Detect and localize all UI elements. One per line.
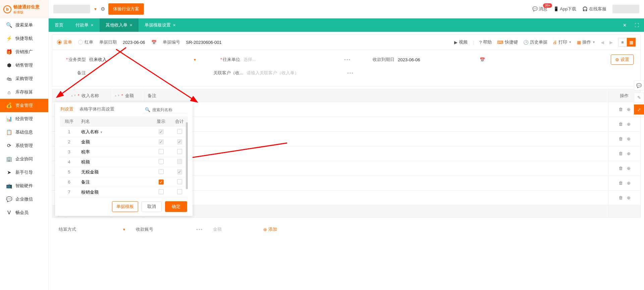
- close-icon[interactable]: ✕: [91, 23, 94, 27]
- sidebar-item[interactable]: 📋基础信息: [0, 126, 48, 139]
- float-edit-icon[interactable]: ✎: [634, 92, 644, 102]
- history-link[interactable]: 🕑历史单据: [523, 39, 547, 45]
- template-button[interactable]: 单据模板: [112, 201, 138, 212]
- field-unit[interactable]: *往来单位 选择...•••: [213, 57, 354, 63]
- sort-icon[interactable]: ▲▼: [114, 94, 120, 97]
- sidebar-item[interactable]: ➤新手引导: [0, 166, 48, 179]
- add-button[interactable]: ⊕添加: [263, 226, 277, 232]
- column-settings-popup: 列设置 表格字体行高设置 🔍 顺序 列名 显示 合计 1收入名称 ▼✓2金额✓✓…: [55, 102, 193, 216]
- float-expand-icon[interactable]: ⤢: [634, 104, 644, 115]
- sidebar-item[interactable]: ⬢销售管理: [0, 59, 48, 72]
- checkbox[interactable]: [177, 189, 182, 194]
- cancel-button[interactable]: 取消: [142, 201, 162, 212]
- org-selector[interactable]: [53, 5, 90, 13]
- delete-icon[interactable]: 🗑: [619, 180, 623, 186]
- field-remark[interactable]: 备注: [59, 70, 200, 76]
- cta-button[interactable]: 体验行业方案: [108, 3, 144, 15]
- sidebar-item[interactable]: ⟳系统管理: [0, 139, 48, 152]
- view-list[interactable]: ≡: [618, 38, 627, 47]
- close-all-icon[interactable]: ✕: [620, 20, 629, 30]
- nav-label: 库存核算: [15, 89, 33, 95]
- copy-icon[interactable]: ⊕: [627, 195, 631, 200]
- print-link[interactable]: 🖨打印▼: [553, 39, 572, 45]
- field-account[interactable]: 收款账号 •••: [136, 226, 203, 232]
- settings-button[interactable]: ⚙设置: [611, 55, 634, 65]
- sidebar-item[interactable]: 🛍采购管理: [0, 72, 48, 85]
- sidebar-item[interactable]: 🎁营销推广: [0, 45, 48, 59]
- service-link[interactable]: 🎧 在线客服: [582, 6, 606, 12]
- next-icon[interactable]: ▶: [609, 40, 613, 45]
- tab[interactable]: 其他收入单✕: [100, 18, 139, 32]
- delete-icon[interactable]: 🗑: [619, 151, 623, 156]
- prev-icon[interactable]: ◀: [601, 40, 604, 45]
- delete-icon[interactable]: 🗑: [619, 122, 623, 127]
- calendar-icon[interactable]: 📅: [151, 40, 157, 45]
- field-settle[interactable]: 结算方式 ▼: [59, 226, 126, 232]
- sidebar-item[interactable]: Ⅴ畅会员: [0, 206, 48, 219]
- field-biztype[interactable]: *业务类型 往来收入▼: [59, 57, 200, 63]
- radio-blue[interactable]: 蓝单: [57, 39, 72, 45]
- field-due[interactable]: 收款到期日 2023-06-06📅: [368, 57, 488, 63]
- tab[interactable]: 付款单✕: [69, 18, 100, 32]
- gear-icon[interactable]: ⚙: [101, 6, 105, 12]
- sidebar-item[interactable]: ⚡快捷导航: [0, 32, 48, 45]
- delete-icon[interactable]: 🗑: [619, 195, 623, 200]
- checkbox[interactable]: [177, 129, 182, 134]
- checkbox[interactable]: [159, 169, 164, 174]
- video-link[interactable]: ▶视频: [454, 39, 468, 45]
- sidebar: b 畅捷通好生意 标准版 🔍搜索菜单⚡快捷导航🎁营销推广⬢销售管理🛍采购管理⌂库…: [0, 0, 49, 290]
- ok-button[interactable]: 确定: [165, 201, 187, 212]
- copy-icon[interactable]: ⊕: [627, 151, 631, 156]
- checkbox[interactable]: [177, 149, 182, 154]
- chevron-down-icon[interactable]: ▼: [94, 7, 97, 11]
- delete-icon[interactable]: 🗑: [619, 166, 623, 171]
- gear-icon[interactable]: ⚙: [58, 93, 62, 98]
- checkbox[interactable]: [159, 149, 164, 154]
- sidebar-item[interactable]: 📺智能硬件: [0, 179, 48, 193]
- message-icon: 💬: [532, 6, 538, 11]
- help-link[interactable]: ?帮助: [479, 39, 492, 45]
- user-avatar[interactable]: [612, 5, 639, 13]
- field-amount[interactable]: 金额: [213, 226, 253, 232]
- sidebar-item[interactable]: 💰资金管理: [0, 99, 48, 112]
- copy-icon[interactable]: ⊕: [627, 136, 631, 141]
- float-chat-icon[interactable]: 💬: [634, 80, 644, 90]
- date-value[interactable]: 2023-06-06: [123, 40, 145, 45]
- checkbox[interactable]: [177, 179, 182, 184]
- close-icon[interactable]: ✕: [129, 23, 132, 27]
- ops-link[interactable]: ▦操作▼: [577, 39, 595, 45]
- copy-icon[interactable]: ⊕: [627, 107, 631, 112]
- delete-icon[interactable]: 🗑: [619, 136, 623, 141]
- close-icon[interactable]: ✕: [173, 23, 176, 27]
- delete-icon[interactable]: 🗑: [619, 107, 623, 112]
- app-download-link[interactable]: 📱 App下载: [553, 6, 576, 12]
- radio-red[interactable]: 红单: [78, 39, 93, 45]
- popup-scrollbar[interactable]: [186, 122, 188, 189]
- headset-icon: 🎧: [582, 6, 588, 11]
- tab[interactable]: 单据模板设置✕: [139, 18, 182, 32]
- logo: b 畅捷通好生意 标准版: [0, 0, 48, 18]
- popup-search-input[interactable]: [152, 107, 186, 112]
- sidebar-item[interactable]: 🏢企业协同: [0, 152, 48, 166]
- sidebar-item[interactable]: 📊经营管理: [0, 112, 48, 126]
- copy-icon[interactable]: ⊕: [627, 180, 631, 186]
- tab[interactable]: 首页: [49, 18, 69, 32]
- checkbox[interactable]: [159, 159, 164, 164]
- field-customer[interactable]: 关联客户（收... 请输入关联客户（收入单）•••: [213, 70, 354, 76]
- chevron-down-icon[interactable]: ▼: [100, 131, 103, 134]
- view-grid[interactable]: ▦: [627, 38, 636, 47]
- copy-icon[interactable]: ⊕: [627, 122, 631, 127]
- popup-tab-font[interactable]: 表格字体行高设置: [79, 106, 114, 114]
- checkbox[interactable]: [159, 189, 164, 194]
- copy-icon[interactable]: ⊕: [627, 166, 631, 171]
- shortcut-link[interactable]: ⌨快捷键: [497, 39, 518, 45]
- checkbox[interactable]: ✓: [159, 179, 164, 185]
- sidebar-item[interactable]: 💬企业微信: [0, 193, 48, 206]
- sidebar-item[interactable]: 🔍搜索菜单: [0, 18, 48, 32]
- popup-tab-columns[interactable]: 列设置: [60, 106, 73, 114]
- messages-link[interactable]: 💬 消息 99+: [532, 6, 548, 12]
- fullscreen-icon[interactable]: ⛶: [632, 20, 641, 30]
- sort-icon[interactable]: ▲▼: [70, 94, 76, 97]
- popup-search[interactable]: 🔍: [144, 106, 187, 113]
- sidebar-item[interactable]: ⌂库存核算: [0, 85, 48, 99]
